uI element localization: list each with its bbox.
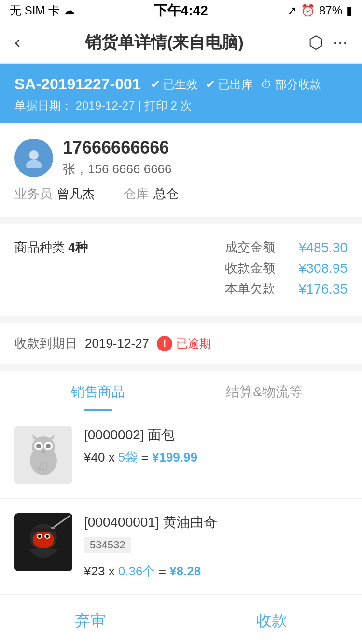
product-owl-icon: 品+ xyxy=(14,426,72,484)
product-code-1: [0000002] xyxy=(84,427,144,442)
svg-point-15 xyxy=(33,531,54,548)
owing-label: 本单欠款 xyxy=(225,280,275,297)
stats-section: 商品种类 4种 成交金额 ¥485.30 收款金额 ¥308.95 本单欠款 ¥… xyxy=(0,224,362,316)
order-header-top: SA-20191227-001 ✔ 已生效 ✔ 已出库 ⏱ 部分收款 xyxy=(14,75,348,93)
product-code-2: [000400001] xyxy=(84,515,159,530)
salesman-value: 曾凡杰 xyxy=(57,185,95,202)
quantity-1: 5袋 xyxy=(118,450,138,464)
avatar-icon xyxy=(23,147,44,168)
owing-value: ¥176.35 xyxy=(290,281,348,297)
check-icon-2: ✔ xyxy=(206,78,215,91)
table-row: 品+ [0000002] 面包 ¥40 x 5袋 = ¥199.99 xyxy=(0,411,362,499)
owing-row: 本单欠款 ¥176.35 xyxy=(225,280,348,297)
svg-point-0 xyxy=(29,150,39,160)
warehouse-label: 仓库 xyxy=(124,185,149,202)
unit-price-2: ¥23 xyxy=(84,564,105,578)
product-price-2: ¥23 x 0.36个 = ¥8.28 xyxy=(84,563,348,580)
unit-price-1: ¥40 xyxy=(84,450,105,464)
nav-icons: ⬡ ··· xyxy=(308,32,348,53)
received-label: 收款金额 xyxy=(225,260,275,277)
amount-label: 成交金额 xyxy=(225,239,275,256)
customer-phone: 17666666666 xyxy=(63,138,172,158)
tab-products[interactable]: 销售商品 xyxy=(14,371,181,411)
amount-row: 成交金额 ¥485.30 xyxy=(225,239,348,256)
overdue-text: 已逾期 xyxy=(176,336,211,351)
product-name-2: [000400001] 黄油曲奇 xyxy=(84,513,348,532)
tabs: 销售商品 结算&物流等 xyxy=(0,371,362,411)
product-tag-2: 534532 xyxy=(84,537,131,553)
share-button[interactable]: ⬡ xyxy=(308,32,323,53)
alarm-icon: ⏰ xyxy=(301,4,315,17)
location-icon: ↗ xyxy=(287,4,297,17)
total-2: ¥8.28 xyxy=(169,564,201,578)
svg-point-1 xyxy=(26,160,42,168)
salesman-label: 业务员 xyxy=(14,185,52,202)
check-icon-1: ✔ xyxy=(151,78,160,91)
type-label: 商品种类 xyxy=(14,240,65,254)
product-name-1: [0000002] 面包 xyxy=(84,426,348,444)
received-value: ¥308.95 xyxy=(290,261,348,276)
warehouse-value: 总仓 xyxy=(153,185,179,202)
customer-section: 17666666666 张，156 6666 6666 业务员 曾凡杰 仓库 总… xyxy=(0,123,362,217)
status-bar-right: ↗ ⏰ 87% ▮ xyxy=(287,4,352,17)
svg-rect-23 xyxy=(51,527,55,529)
salesman-item: 业务员 曾凡杰 xyxy=(14,185,95,202)
page-title: 销货单详情(来自电脑) xyxy=(85,31,244,54)
customer-meta: 业务员 曾凡杰 仓库 总仓 xyxy=(14,185,348,202)
total-1: ¥199.99 xyxy=(152,450,197,464)
svg-point-7 xyxy=(36,444,41,448)
multiply-1: x xyxy=(109,450,118,464)
order-date: 单据日期： 2019-12-27 | 打印 2 次 xyxy=(14,98,348,113)
clock-icon: ⏱ xyxy=(261,78,272,91)
svg-text:品+: 品+ xyxy=(38,463,49,471)
multiply-2: x xyxy=(109,564,118,578)
received-row: 收款金额 ¥308.95 xyxy=(225,260,348,277)
product-title-1: 面包 xyxy=(148,427,175,442)
overdue-badge: ! 已逾期 xyxy=(157,336,211,351)
sim-label: 无 SIM 卡 ☁ xyxy=(10,3,75,18)
product-title-2: 黄油曲奇 xyxy=(163,515,217,530)
bottom-bar: 弃审 收款 xyxy=(0,597,362,644)
avatar xyxy=(14,139,53,177)
product-image-1: 品+ xyxy=(14,426,72,484)
type-count: 4种 xyxy=(68,240,87,254)
badge-partial: ⏱ 部分收款 xyxy=(261,77,321,92)
status-bar: 无 SIM 卡 ☁ 下午4:42 ↗ ⏰ 87% ▮ xyxy=(0,0,362,21)
overdue-icon: ! xyxy=(157,336,172,351)
due-section: 收款到期日 2019-12-27 ! 已逾期 xyxy=(0,323,362,364)
product-info-2: [000400001] 黄油曲奇 534532 ¥23 x 0.36个 = ¥8… xyxy=(84,513,348,580)
product-ninja-icon xyxy=(14,513,72,571)
collect-payment-button[interactable]: 收款 xyxy=(181,597,362,644)
due-date-value: 2019-12-27 xyxy=(85,336,149,351)
svg-point-19 xyxy=(46,535,49,538)
svg-point-18 xyxy=(38,535,41,538)
back-button[interactable]: ‹ xyxy=(14,32,20,53)
tabs-section: 销售商品 结算&物流等 xyxy=(0,371,362,411)
equals-2: = xyxy=(159,564,169,578)
order-id: SA-20191227-001 xyxy=(14,75,141,93)
due-label: 收款到期日 xyxy=(14,335,77,352)
battery-label: 87% xyxy=(319,4,342,17)
quantity-2: 0.36个 xyxy=(118,564,155,578)
badge-effective: ✔ 已生效 xyxy=(151,77,198,92)
equals-1: = xyxy=(141,450,152,464)
product-info-1: [0000002] 面包 ¥40 x 5袋 = ¥199.99 xyxy=(84,426,348,466)
battery-icon: ▮ xyxy=(346,4,352,17)
badge-shipped: ✔ 已出库 xyxy=(206,77,253,92)
product-price-1: ¥40 x 5袋 = ¥199.99 xyxy=(84,449,348,466)
customer-name: 张，156 6666 6666 xyxy=(63,161,172,178)
order-badges: ✔ 已生效 ✔ 已出库 ⏱ 部分收款 xyxy=(151,77,321,92)
stats-left: 商品种类 4种 xyxy=(14,239,88,256)
table-row: [000400001] 黄油曲奇 534532 ¥23 x 0.36个 = ¥8… xyxy=(0,499,362,595)
customer-info: 17666666666 张，156 6666 6666 xyxy=(63,138,172,178)
svg-point-8 xyxy=(46,444,51,448)
more-button[interactable]: ··· xyxy=(333,32,348,53)
product-image-2 xyxy=(14,513,72,571)
order-header: SA-20191227-001 ✔ 已生效 ✔ 已出库 ⏱ 部分收款 单据日期：… xyxy=(0,64,362,123)
warehouse-item: 仓库 总仓 xyxy=(124,185,179,202)
tab-settlement[interactable]: 结算&物流等 xyxy=(181,371,348,411)
customer-top: 17666666666 张，156 6666 6666 xyxy=(14,138,348,178)
status-bar-time: 下午4:42 xyxy=(154,1,208,20)
amount-value: ¥485.30 xyxy=(290,240,348,255)
cancel-review-button[interactable]: 弃审 xyxy=(0,597,181,644)
